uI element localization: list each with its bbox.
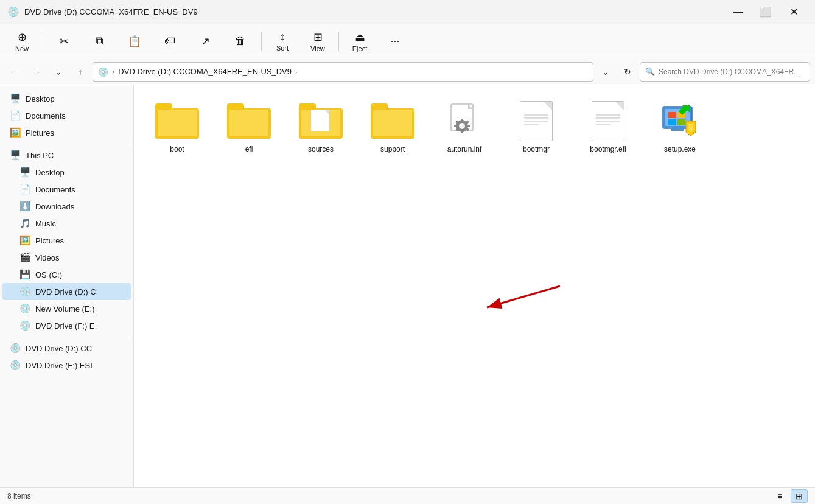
- sidebar-item-label: Desktop: [35, 168, 65, 177]
- view-button[interactable]: ⊞ View: [301, 27, 335, 56]
- sidebar-item-os-c[interactable]: 💾 OS (C:): [2, 266, 131, 283]
- downloads-icon: ⬇️: [19, 201, 30, 212]
- cut-button[interactable]: ✂: [47, 27, 81, 56]
- maximize-button[interactable]: ⬜: [752, 0, 780, 24]
- file-item-efi[interactable]: efi: [215, 95, 282, 158]
- file-item-sources[interactable]: sources: [287, 95, 354, 158]
- sidebar: 🖥️ Desktop 📄 Documents 🖼️ Pictures 🖥️ Th…: [0, 85, 134, 487]
- sidebar-item-pictures[interactable]: 🖼️ Pictures: [2, 232, 131, 249]
- separator-2: [261, 32, 262, 51]
- svg-rect-17: [677, 119, 685, 125]
- rename-button[interactable]: 🏷: [153, 27, 187, 56]
- nav-bar: ← → ⌄ ↑ 💿 › DVD Drive (D:) CCCOMA_X64FRE…: [0, 58, 815, 85]
- sidebar-item-documents[interactable]: 📄 Documents: [2, 181, 131, 198]
- svg-rect-16: [668, 119, 676, 125]
- sidebar-item-videos[interactable]: 🎬 Videos: [2, 249, 131, 266]
- search-icon: 🔍: [645, 67, 655, 76]
- sources-folder-icon-area: [296, 100, 345, 142]
- efi-label: efi: [245, 145, 253, 153]
- sidebar-item-label: Documents: [35, 185, 75, 194]
- delete-button[interactable]: 🗑: [223, 27, 257, 56]
- tiles-view-button[interactable]: ⊞: [791, 489, 808, 503]
- file-item-support[interactable]: support: [359, 95, 426, 158]
- status-bar: 8 items ≡ ⊞: [0, 487, 815, 504]
- more-button[interactable]: ···: [378, 27, 412, 56]
- files-grid: boot efi: [144, 95, 805, 158]
- setup-exe-icon: [659, 100, 701, 142]
- window-title: DVD Drive (D:) CCCOMA_X64FRE_EN-US_DV9: [24, 7, 724, 16]
- toolbar: ⊕ New ✂ ⧉ 📋 🏷 ↗ 🗑 ↕ Sort ⊞ View ⏏ Eject …: [0, 24, 815, 58]
- up-button[interactable]: ↑: [71, 62, 90, 82]
- dropdown-history-button[interactable]: ⌄: [49, 62, 68, 82]
- search-input[interactable]: [659, 68, 805, 76]
- sidebar-item-dvd-d-root[interactable]: 💿 DVD Drive (D:) CC: [2, 340, 131, 357]
- sidebar-item-new-volume[interactable]: 💿 New Volume (E:): [2, 300, 131, 317]
- bootmgr-label: bootmgr: [523, 145, 550, 153]
- videos-icon: 🎬: [19, 252, 30, 263]
- file-item-bootmgrefi[interactable]: bootmgr.efi: [575, 95, 642, 158]
- address-dropdown-button[interactable]: ⌄: [596, 62, 615, 82]
- support-label: support: [380, 145, 405, 153]
- sidebar-item-downloads[interactable]: ⬇️ Downloads: [2, 198, 131, 215]
- address-bar[interactable]: 💿 › DVD Drive (D:) CCCOMA_X64FRE_EN-US_D…: [93, 62, 593, 82]
- svg-rect-4: [461, 119, 463, 122]
- bootmgrefi-label: bootmgr.efi: [590, 145, 626, 153]
- bootmgr-icon-area: [512, 100, 561, 142]
- svg-rect-19: [671, 128, 684, 131]
- refresh-button[interactable]: ↻: [618, 62, 637, 82]
- svg-rect-5: [461, 130, 463, 133]
- sidebar-item-music[interactable]: 🎵 Music: [2, 215, 131, 232]
- boot-folder-icon-area: [153, 100, 201, 142]
- documents-quick-icon: 📄: [10, 110, 21, 121]
- paste-button[interactable]: 📋: [117, 27, 152, 56]
- svg-rect-6: [454, 125, 457, 127]
- back-button[interactable]: ←: [5, 62, 24, 82]
- sidebar-item-label: Downloads: [35, 202, 74, 211]
- file-item-boot[interactable]: boot: [144, 95, 211, 158]
- sidebar-item-pictures-quick[interactable]: 🖼️ Pictures: [2, 124, 131, 141]
- file-item-autorun[interactable]: autorun.inf: [431, 95, 498, 158]
- sidebar-item-dvd-f-root[interactable]: 💿 DVD Drive (F:) ESI: [2, 357, 131, 374]
- sidebar-item-label: DVD Drive (F:) ESI: [26, 361, 93, 370]
- new-button[interactable]: ⊕ New: [5, 27, 39, 56]
- sidebar-item-this-pc[interactable]: 🖥️ This PC: [2, 147, 131, 164]
- file-item-setup[interactable]: setup.exe: [646, 95, 713, 158]
- copy-button[interactable]: ⧉: [82, 27, 116, 56]
- dvd-f-icon: 💿: [19, 320, 30, 331]
- music-icon: 🎵: [19, 218, 30, 229]
- setup-icon-area: [656, 100, 704, 142]
- sources-label: sources: [308, 145, 334, 153]
- address-drive-icon: 💿: [98, 67, 108, 77]
- pictures-quick-icon: 🖼️: [10, 127, 21, 138]
- file-item-bootmgr[interactable]: bootmgr: [503, 95, 570, 158]
- window-icon: 💿: [7, 6, 19, 18]
- sidebar-item-desktop-quick[interactable]: 🖥️ Desktop: [2, 90, 131, 107]
- svg-line-23: [487, 286, 560, 307]
- search-box[interactable]: 🔍: [640, 62, 810, 82]
- share-button[interactable]: ↗: [188, 27, 222, 56]
- sort-button[interactable]: ↕ Sort: [265, 27, 299, 56]
- more-icon: ···: [390, 35, 399, 47]
- minimize-button[interactable]: —: [724, 0, 752, 24]
- paste-icon: 📋: [128, 35, 141, 48]
- sidebar-item-label: Documents: [26, 111, 66, 121]
- setup-label: setup.exe: [664, 145, 696, 153]
- forward-button[interactable]: →: [27, 62, 46, 82]
- sidebar-item-label: Pictures: [26, 128, 54, 138]
- item-count: 8 items: [7, 492, 31, 500]
- eject-button[interactable]: ⏏ Eject: [343, 27, 377, 56]
- autorun-inf-icon: [446, 103, 483, 139]
- sidebar-item-dvd-f[interactable]: 💿 DVD Drive (F:) E: [2, 317, 131, 334]
- details-view-button[interactable]: ≡: [771, 489, 788, 503]
- sidebar-item-desktop[interactable]: 🖥️ Desktop: [2, 164, 131, 181]
- main-container: 🖥️ Desktop 📄 Documents 🖼️ Pictures 🖥️ Th…: [0, 85, 815, 487]
- file-area: boot efi: [134, 85, 815, 487]
- close-button[interactable]: ✕: [780, 0, 808, 24]
- separator-1: [43, 32, 43, 51]
- dvd-d-root-icon: 💿: [10, 343, 21, 354]
- support-folder-icon-area: [368, 100, 417, 142]
- sidebar-item-dvd-d[interactable]: 💿 DVD Drive (D:) C: [2, 283, 131, 300]
- sidebar-item-documents-quick[interactable]: 📄 Documents: [2, 107, 131, 124]
- delete-icon: 🗑: [235, 35, 246, 47]
- bootmgrefi-doc-icon: [592, 101, 624, 141]
